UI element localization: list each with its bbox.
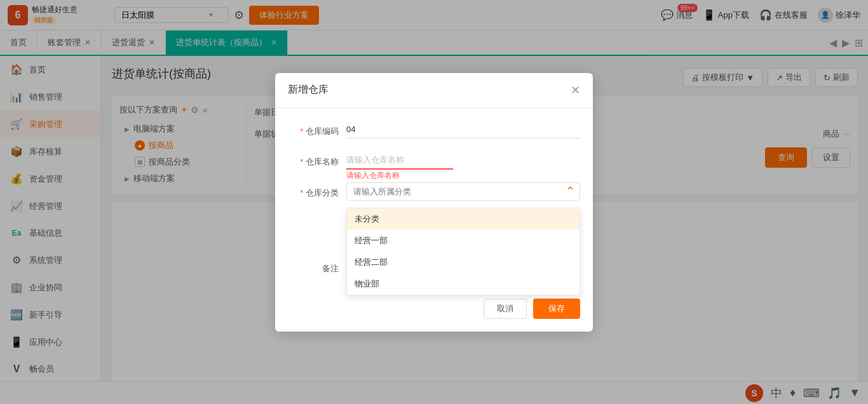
dropdown-item-3[interactable]: 物业部 bbox=[347, 273, 580, 295]
category-select-wrapper: ⌃ 未分类 经营一部 经营二部 物业部 bbox=[346, 182, 580, 201]
warehouse-name-input[interactable] bbox=[346, 151, 453, 170]
modal-overlay: 新增仓库 ✕ 仓库编码 仓库名称 请输入仓库名称 仓库分类 bbox=[0, 0, 868, 404]
category-input[interactable] bbox=[346, 182, 580, 201]
cancel-button[interactable]: 取消 bbox=[484, 299, 527, 319]
category-dropdown-icon[interactable]: ⌃ bbox=[566, 184, 575, 198]
save-button[interactable]: 保存 bbox=[533, 299, 580, 319]
warehouse-name-row: 仓库名称 请输入仓库名称 bbox=[288, 151, 580, 170]
warehouse-code-input[interactable] bbox=[346, 121, 580, 138]
modal-header: 新增仓库 ✕ bbox=[275, 73, 593, 108]
note-label: 备注 bbox=[288, 258, 339, 274]
dropdown-item-1[interactable]: 经营一部 bbox=[347, 230, 580, 252]
warehouse-code-row: 仓库编码 bbox=[288, 121, 580, 138]
dropdown-item-0[interactable]: 未分类 bbox=[347, 208, 580, 230]
category-dropdown: 未分类 经营一部 经营二部 物业部 bbox=[346, 208, 580, 295]
add-warehouse-modal: 新增仓库 ✕ 仓库编码 仓库名称 请输入仓库名称 仓库分类 bbox=[275, 73, 593, 332]
code-label: 仓库编码 bbox=[288, 121, 339, 137]
warehouse-category-row: 仓库分类 ⌃ 未分类 经营一部 经营二部 物业部 bbox=[288, 182, 580, 201]
name-error-message: 请输入仓库名称 bbox=[346, 170, 400, 181]
modal-title: 新增仓库 bbox=[288, 83, 329, 97]
modal-close-button[interactable]: ✕ bbox=[571, 83, 580, 97]
modal-body: 仓库编码 仓库名称 请输入仓库名称 仓库分类 ⌃ 未分类 bbox=[275, 108, 593, 276]
dropdown-item-2[interactable]: 经营二部 bbox=[347, 252, 580, 273]
name-label: 仓库名称 bbox=[288, 151, 339, 168]
category-label: 仓库分类 bbox=[288, 182, 339, 199]
